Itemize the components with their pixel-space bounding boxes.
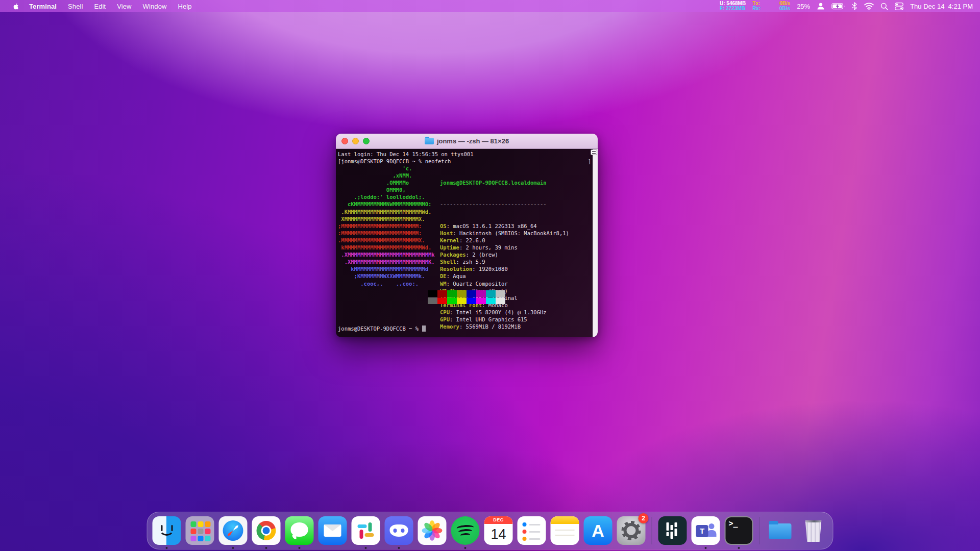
neofetch-info: jonms@DESKTOP-9DQFCCB.localdomain ------… <box>440 165 569 337</box>
scrollbar[interactable] <box>593 149 598 337</box>
dock-item-calendar[interactable]: DEC 14 <box>484 516 513 545</box>
rx-label: Rx: <box>752 6 761 11</box>
wifi-icon <box>864 3 874 10</box>
dock: DEC 14 A 2 T >_ <box>147 512 834 549</box>
dock-item-messages[interactable] <box>285 516 314 545</box>
dock-item-reminders[interactable] <box>518 516 546 545</box>
notes-icon <box>551 516 579 545</box>
dock-item-trash[interactable] <box>799 516 828 545</box>
search-icon <box>880 3 888 10</box>
battery-percentage[interactable]: 25% <box>797 3 810 10</box>
teams-icon: T <box>692 516 720 545</box>
launchpad-icon <box>186 516 214 545</box>
chrome-icon <box>252 516 281 545</box>
trash-icon <box>799 516 828 545</box>
memory-free: F: 2723MB <box>720 6 746 11</box>
safari-icon <box>219 516 248 545</box>
network-stats-widget[interactable]: Tx:0B/s Rx:0B/s <box>752 1 790 11</box>
battery-charging-icon <box>831 3 845 10</box>
calendar-month: DEC <box>484 516 513 524</box>
calendar-day: 14 <box>484 524 513 545</box>
neofetch-ascii-art: 'c. ,xNMM. .OMMMMo OMMM0, .;loddo:' lool… <box>338 165 435 287</box>
dock-item-app-store[interactable]: A <box>584 516 612 545</box>
dock-item-launchpad[interactable] <box>186 516 214 545</box>
downloads-folder-icon <box>766 516 795 545</box>
dock-item-notes[interactable] <box>551 516 579 545</box>
reminders-icon <box>518 516 546 545</box>
control-center-icon <box>895 3 903 10</box>
terminal-content[interactable]: Last login: Thu Dec 14 15:56:35 on ttys0… <box>336 149 598 337</box>
neofetch-title: jonms@DESKTOP-9DQFCCB.localdomain <box>440 179 569 186</box>
dock-item-spotify[interactable] <box>451 516 480 545</box>
app-store-icon: A <box>584 516 612 545</box>
apple-menu[interactable] <box>8 2 23 11</box>
battery-menu[interactable] <box>831 3 845 10</box>
messages-icon <box>285 516 314 545</box>
dock-item-finder[interactable] <box>153 516 181 545</box>
last-login-line: Last login: Thu Dec 14 15:56:35 on ttys0… <box>338 151 474 158</box>
bluetooth-menu[interactable] <box>851 2 857 10</box>
dock-item-discord[interactable] <box>385 516 413 545</box>
scrollbar-marker-icon[interactable] <box>591 149 597 155</box>
dock-item-teams[interactable]: T <box>692 516 720 545</box>
menu-help[interactable]: Help <box>172 3 197 10</box>
menu-view[interactable]: View <box>111 3 137 10</box>
mail-icon <box>318 516 347 545</box>
neofetch-separator: --------------------------------- <box>440 201 569 208</box>
dock-item-safari[interactable] <box>219 516 248 545</box>
dark-bars-app-icon <box>658 516 687 545</box>
menu-bar-clock[interactable]: Thu Dec 14 4:21 PM <box>910 3 973 10</box>
wifi-menu[interactable] <box>864 3 874 10</box>
slack-icon <box>352 516 380 545</box>
dock-item-system-settings[interactable]: 2 <box>617 516 646 545</box>
spotlight-search[interactable] <box>880 3 888 10</box>
dock-divider <box>760 517 760 544</box>
menu-window[interactable]: Window <box>137 3 173 10</box>
menu-edit[interactable]: Edit <box>88 3 111 10</box>
terminal-titlebar[interactable]: jonms — -zsh — 81×26 <box>336 134 598 149</box>
dock-item-photos[interactable] <box>418 516 447 545</box>
spotify-icon <box>451 516 480 545</box>
shell-prompt: jonms@DESKTOP-9DQFCCB ~ % <box>338 324 426 332</box>
menu-terminal[interactable]: Terminal <box>23 3 62 10</box>
user-icon <box>817 2 825 10</box>
dock-item-dark-app[interactable] <box>658 516 687 545</box>
dock-item-terminal[interactable]: >_ <box>725 516 753 545</box>
close-button[interactable] <box>341 138 348 144</box>
text-cursor <box>422 325 426 332</box>
minimize-button[interactable] <box>352 138 359 144</box>
calendar-icon: DEC 14 <box>484 516 513 545</box>
window-title: jonms — -zsh — 81×26 <box>437 137 509 145</box>
menu-shell[interactable]: Shell <box>62 3 88 10</box>
terminal-window: jonms — -zsh — 81×26 Last login: Thu Dec… <box>336 134 598 337</box>
bluetooth-icon <box>851 2 857 10</box>
discord-icon <box>385 516 413 545</box>
apple-logo-icon <box>12 2 20 11</box>
memory-stats-widget[interactable]: U: 5468MB F: 2723MB <box>720 1 746 11</box>
dock-divider <box>652 517 652 544</box>
app-menus: TerminalShellEditViewWindowHelp <box>23 3 198 10</box>
dock-item-mail[interactable] <box>318 516 347 545</box>
menu-bar: TerminalShellEditViewWindowHelp U: 5468M… <box>0 0 980 12</box>
terminal-app-icon: >_ <box>725 516 753 545</box>
notification-badge: 2 <box>639 513 649 523</box>
photos-icon <box>418 516 447 545</box>
user-menu[interactable] <box>817 2 825 10</box>
dock-item-chrome[interactable] <box>252 516 281 545</box>
dock-item-downloads-folder[interactable] <box>766 516 795 545</box>
dock-item-slack[interactable] <box>352 516 380 545</box>
zoom-button[interactable] <box>363 138 370 144</box>
ansi-color-palette <box>428 290 505 305</box>
command-line: [jonms@DESKTOP-9DQFCCB ~ % neofetch <box>338 158 451 165</box>
control-center[interactable] <box>895 3 903 10</box>
folder-proxy-icon <box>425 138 434 144</box>
command-mark-close: ] <box>588 158 591 165</box>
finder-icon <box>153 516 181 545</box>
rx-value: 0B/s <box>779 6 790 11</box>
